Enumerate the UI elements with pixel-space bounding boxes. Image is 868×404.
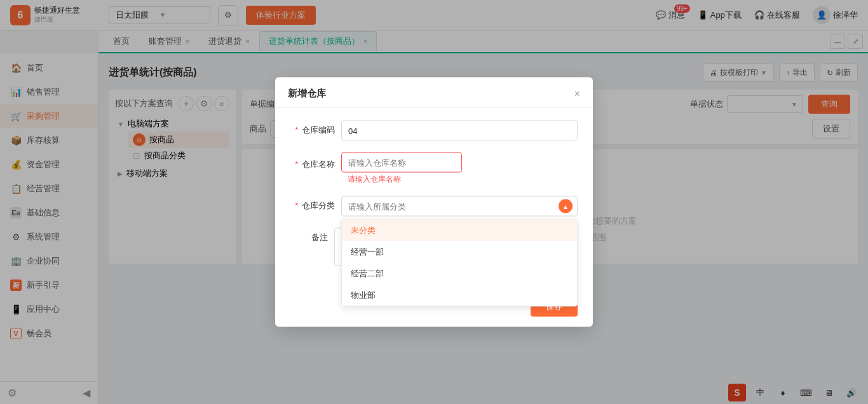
dropdown-item-ops2[interactable]: 经营二部: [342, 263, 577, 285]
classify-label: * 仓库分类: [290, 196, 341, 212]
form-row-classify: * 仓库分类 ▲ 未分类 经营一部 经营二部 物业部: [290, 196, 578, 217]
code-input[interactable]: [341, 121, 578, 141]
form-row-code: * 仓库编码: [290, 121, 578, 141]
classify-toggle-button[interactable]: ▲: [559, 199, 573, 213]
dropdown-item-property[interactable]: 物业部: [342, 285, 577, 306]
dialog-body: * 仓库编码 * 仓库名称 请输入仓库名称 * 仓库分类: [275, 108, 593, 290]
form-row-name: * 仓库名称 请输入仓库名称: [290, 152, 578, 185]
dialog-header: 新增仓库 ×: [275, 77, 593, 108]
dialog-close-button[interactable]: ×: [574, 88, 580, 99]
dropdown-item-uncategorized[interactable]: 未分类: [342, 220, 577, 241]
classify-wrapper: ▲ 未分类 经营一部 经营二部 物业部: [341, 196, 578, 217]
note-label: 备注: [290, 228, 334, 243]
name-input[interactable]: [341, 152, 462, 173]
code-label: * 仓库编码: [290, 121, 341, 136]
classify-dropdown-list: 未分类 经营一部 经营二部 物业部: [341, 219, 578, 307]
new-warehouse-dialog: 新增仓库 × * 仓库编码 * 仓库名称 请输入仓库名称: [275, 77, 593, 327]
classify-input[interactable]: [341, 196, 578, 217]
dialog-title: 新增仓库: [288, 88, 326, 100]
dropdown-item-ops1[interactable]: 经营一部: [342, 241, 577, 263]
name-error-message: 请输入仓库名称: [348, 174, 401, 185]
name-label: * 仓库名称: [290, 155, 341, 170]
